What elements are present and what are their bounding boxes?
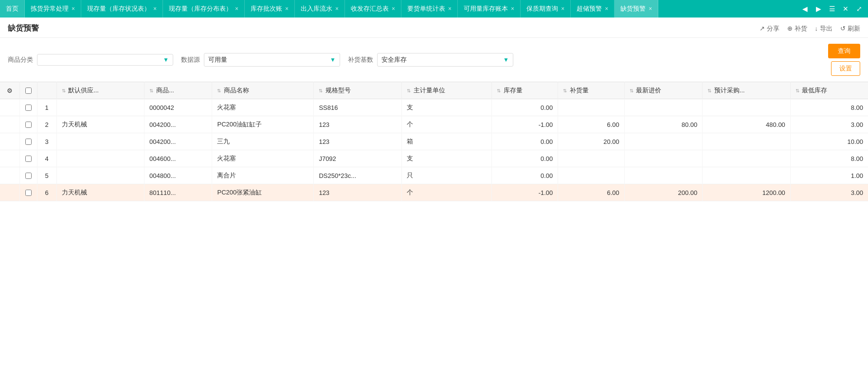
- nav-tab-9[interactable]: 保质期查询 ×: [521, 0, 571, 18]
- sort-icon: ⇅: [707, 88, 711, 93]
- row-min-stock: 1.00: [790, 167, 868, 184]
- nav-tab-5-close[interactable]: ×: [335, 5, 339, 12]
- nav-next-button[interactable]: ▶: [812, 2, 825, 16]
- th-gear[interactable]: ⚙: [0, 82, 19, 99]
- replenish-base-label: 补货基数: [348, 55, 373, 64]
- row-gear-cell[interactable]: [0, 133, 19, 150]
- nav-tab-8[interactable]: 可用量库存账本 ×: [458, 0, 521, 18]
- row-gear-cell[interactable]: [0, 116, 19, 133]
- row-spec: DS250*23c...: [314, 167, 402, 184]
- nav-tab-10-close[interactable]: ×: [605, 5, 608, 12]
- query-button[interactable]: 查询: [828, 44, 860, 58]
- nav-tab-10[interactable]: 超储预警 ×: [571, 0, 615, 18]
- category-filter-group: 商品分类 ▼: [8, 54, 173, 66]
- row-stock: -1.00: [491, 116, 558, 133]
- replenish-base-arrow-icon: ▼: [503, 56, 509, 63]
- nav-tab-8-close[interactable]: ×: [511, 5, 514, 12]
- th-latest-price[interactable]: ⇅ 最新进价: [624, 82, 703, 99]
- th-idx: [37, 82, 56, 99]
- row-checkbox[interactable]: [25, 122, 32, 128]
- row-idx: 1: [37, 99, 56, 116]
- row-estimated-purchase: [703, 167, 791, 184]
- settings-button[interactable]: 设置: [831, 61, 860, 76]
- category-label: 商品分类: [8, 55, 33, 64]
- row-min-stock: 8.00: [790, 99, 868, 116]
- sort-icon: ⇅: [319, 88, 323, 93]
- nav-close-button[interactable]: ✕: [839, 2, 852, 16]
- refresh-label: 刷新: [848, 24, 860, 33]
- row-gear-cell[interactable]: [0, 99, 19, 116]
- nav-prev-button[interactable]: ◀: [798, 2, 812, 16]
- replenish-label: 补货: [795, 24, 807, 33]
- th-product-code[interactable]: ⇅ 商品...: [145, 82, 212, 99]
- sort-icon: ⇅: [62, 88, 66, 93]
- row-checkbox[interactable]: [25, 190, 32, 196]
- th-product-name[interactable]: ⇅ 商品名称: [212, 82, 314, 99]
- row-idx: 3: [37, 133, 56, 150]
- row-checkbox-cell[interactable]: [19, 150, 37, 167]
- nav-tab-5-label: 出入库流水: [301, 4, 332, 13]
- row-checkbox-cell[interactable]: [19, 184, 37, 201]
- nav-tab-3[interactable]: 现存量（库存分布表） ×: [163, 0, 245, 18]
- nav-tab-9-label: 保质期查询: [526, 4, 558, 13]
- th-stock[interactable]: ⇅ 库存量: [491, 82, 558, 99]
- share-button[interactable]: ↗ 分享: [760, 24, 779, 33]
- category-select[interactable]: ▼: [37, 54, 173, 66]
- row-unit: 箱: [402, 133, 492, 150]
- replenish-base-select[interactable]: 安全库存 ▼: [377, 53, 513, 67]
- th-unit[interactable]: ⇅ 主计量单位: [402, 82, 492, 99]
- row-gear-cell[interactable]: [0, 184, 19, 201]
- sort-icon: ⇅: [796, 88, 799, 93]
- nav-tab-1-close[interactable]: ×: [72, 5, 75, 12]
- nav-tab-4-label: 库存批次账: [251, 4, 282, 13]
- row-checkbox-cell[interactable]: [19, 133, 37, 150]
- row-gear-cell[interactable]: [0, 167, 19, 184]
- nav-tab-7[interactable]: 要货单统计表 ×: [401, 0, 458, 18]
- data-table: ⚙ ⇅ 默认供应... ⇅ 商品...: [0, 82, 868, 201]
- row-checkbox-cell[interactable]: [19, 167, 37, 184]
- row-checkbox[interactable]: [25, 105, 32, 111]
- row-gear-cell[interactable]: [0, 150, 19, 167]
- nav-tab-11[interactable]: 缺货预警 ×: [615, 0, 658, 18]
- nav-tab-9-close[interactable]: ×: [561, 5, 564, 12]
- row-stock: -1.00: [491, 184, 558, 201]
- datasource-filter-group: 数据源 可用量 ▼: [181, 53, 340, 67]
- row-idx: 2: [37, 116, 56, 133]
- export-button[interactable]: ↓ 导出: [815, 24, 833, 33]
- row-checkbox-cell[interactable]: [19, 99, 37, 116]
- nav-tab-3-close[interactable]: ×: [235, 5, 238, 12]
- row-unit: 个: [402, 116, 492, 133]
- row-checkbox-cell[interactable]: [19, 116, 37, 133]
- nav-expand-button[interactable]: ⤢: [852, 2, 866, 16]
- nav-tab-11-close[interactable]: ×: [649, 5, 652, 12]
- refresh-button[interactable]: ↺ 刷新: [840, 24, 860, 33]
- top-nav: 首页 拣货异常处理 × 现存量（库存状况表） × 现存量（库存分布表） × 库存…: [0, 0, 868, 18]
- datasource-select[interactable]: 可用量 ▼: [204, 53, 340, 67]
- row-product-code: 801110...: [145, 184, 212, 201]
- th-spec[interactable]: ⇅ 规格型号: [314, 82, 402, 99]
- table-row: 6 力天机械 801110... PC200张紧油缸 123 个 -1.00 6…: [0, 184, 868, 201]
- nav-tab-6[interactable]: 收发存汇总表 ×: [345, 0, 401, 18]
- select-all-checkbox[interactable]: [25, 88, 32, 94]
- table-row: 1 0000042 火花塞 SS816 支 0.00 8.00: [0, 99, 868, 116]
- th-min-stock[interactable]: ⇅ 最低库存: [790, 82, 868, 99]
- nav-tab-2[interactable]: 现存量（库存状况表） ×: [81, 0, 163, 18]
- row-checkbox[interactable]: [25, 139, 32, 145]
- th-replenish-qty[interactable]: ⇅ 补货量: [558, 82, 624, 99]
- nav-tab-5[interactable]: 出入库流水 ×: [295, 0, 345, 18]
- row-checkbox[interactable]: [25, 173, 32, 179]
- nav-tab-4-close[interactable]: ×: [285, 5, 289, 12]
- nav-tab-6-close[interactable]: ×: [392, 5, 395, 12]
- nav-tab-home[interactable]: 首页: [0, 0, 25, 18]
- th-checkbox[interactable]: [19, 82, 37, 99]
- th-supplier[interactable]: ⇅ 默认供应...: [56, 82, 145, 99]
- nav-tab-1[interactable]: 拣货异常处理 ×: [25, 0, 81, 18]
- nav-menu-button[interactable]: ☰: [825, 2, 839, 16]
- nav-tab-7-close[interactable]: ×: [448, 5, 452, 12]
- replenish-button[interactable]: ⊕ 补货: [787, 24, 807, 33]
- th-estimated-purchase[interactable]: ⇅ 预计采购...: [703, 82, 791, 99]
- nav-tab-2-close[interactable]: ×: [153, 5, 157, 12]
- row-checkbox[interactable]: [25, 156, 32, 162]
- export-icon: ↓: [815, 25, 818, 32]
- nav-tab-4[interactable]: 库存批次账 ×: [245, 0, 295, 18]
